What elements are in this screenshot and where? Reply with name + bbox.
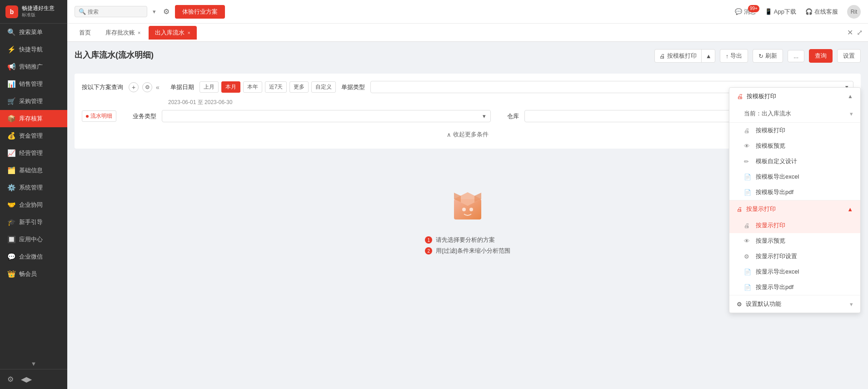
sidebar-item-inventory[interactable]: 📦 库存核算 [0, 110, 67, 127]
user-avatar[interactable]: Rit [847, 5, 861, 19]
sidebar-item-system[interactable]: ⚙️ 系统管理 [0, 179, 67, 196]
trial-button[interactable]: 体验行业方案 [175, 5, 225, 19]
date-range-text: 2023-06-01 至 2023-06-30 [168, 99, 232, 105]
sidebar-item-label-system: 系统管理 [19, 184, 43, 192]
topbar-gear-icon[interactable]: ⚙ [163, 7, 170, 16]
search-dropdown-chevron[interactable]: ▾ [153, 8, 156, 15]
biz-type-label: 业务类型 [133, 112, 156, 120]
purchase-nav-icon: 🛒 [7, 97, 15, 105]
dropdown-item-template-pdf[interactable]: 📄 按模板导出pdf [729, 185, 860, 200]
dropdown-item-template-print[interactable]: 🖨 按模板打印 [729, 123, 860, 138]
sidebar-item-wechat[interactable]: 💬 企业微信 [0, 248, 67, 265]
date-btn-last-month[interactable]: 上月 [200, 81, 219, 93]
settings-button[interactable]: 设置 [837, 49, 861, 63]
sidebar-item-basic[interactable]: 🗂️ 基础信息 [0, 162, 67, 179]
sidebar-item-appstore[interactable]: 🔲 应用中心 [0, 231, 67, 248]
dropdown-template-header[interactable]: 🖨 按模板打印 ▲ [729, 88, 860, 105]
sidebar-item-marketing[interactable]: 📢 营销推广 [0, 58, 67, 75]
dropdown-item-template-excel[interactable]: 📄 按模板导出excel [729, 169, 860, 185]
template-print-icon: 🖨 [744, 127, 751, 134]
sidebar-item-label-wechat: 企业微信 [19, 253, 43, 261]
avatar: Rit [847, 5, 861, 19]
tab-home[interactable]: 首页 [73, 26, 97, 40]
print-template-arrow[interactable]: ▲ [703, 50, 715, 62]
display-preview-icon: 👁 [744, 238, 751, 244]
sidebar: b 畅捷通好生意 标准版 🔍 搜索菜单 ⚡ 快捷导航 📢 营销推广 📊 销售管理… [0, 0, 67, 389]
tab-batch-close[interactable]: × [138, 30, 140, 35]
online-service-button[interactable]: 🎧 在线客服 [805, 8, 838, 16]
dropdown-item-display-excel[interactable]: 📄 按显示导出excel [729, 264, 860, 279]
sidebar-item-label-operations: 经营管理 [19, 149, 43, 157]
export-icon: ↑ [726, 53, 729, 60]
app-download-icon: 📱 [765, 8, 772, 15]
marketing-nav-icon: 📢 [7, 63, 15, 71]
sidebar-item-label-member: 畅会员 [19, 270, 37, 278]
sidebar-item-member[interactable]: 👑 畅会员 [0, 265, 67, 283]
search-input[interactable] [88, 9, 138, 15]
system-nav-icon: ⚙️ [7, 184, 15, 192]
sidebar-item-label-finance: 资金管理 [19, 132, 43, 140]
tab-inout[interactable]: 出入库流水 × [149, 26, 196, 40]
dropdown-item-display-preview[interactable]: 👁 按显示预览 [729, 233, 860, 249]
more-button[interactable]: ... [788, 50, 804, 62]
collapse-up-icon: ∧ [447, 131, 451, 138]
filter-collapse-button[interactable]: « [156, 84, 160, 91]
date-filter-group: 上月 本月 本年 近7天 更多 自定义 [200, 81, 336, 93]
sidebar-scroll-down[interactable]: ▼ [0, 359, 67, 369]
print-template-main-button[interactable]: 🖨 按模板打印 [655, 50, 702, 62]
export-button[interactable]: ↑ 导出 [720, 49, 748, 63]
footer-collapse-icon[interactable]: ◀▶ [21, 375, 32, 384]
biz-type-select[interactable]: ▾ [162, 110, 491, 122]
dropdown-default-section[interactable]: ⚙ 设置默认功能 ▾ [729, 295, 860, 313]
date-btn-7days[interactable]: 近7天 [265, 81, 287, 93]
query-button[interactable]: 查询 [809, 49, 833, 63]
filter-tag-dot [86, 115, 89, 118]
tab-expand-icon[interactable]: ⤢ [857, 28, 863, 37]
filter-section-label: 按以下方案查询 [82, 83, 123, 91]
current-label-arrow: ▾ [850, 110, 853, 117]
dropdown-item-template-preview[interactable]: 👁 按模板预览 [729, 138, 860, 154]
sidebar-item-finance[interactable]: 💰 资金管理 [0, 127, 67, 145]
template-pdf-label: 按模板导出pdf [756, 188, 793, 196]
printer-icon: 🖨 [659, 53, 665, 60]
user-name: Rit [851, 9, 858, 15]
template-customize-icon: ✏ [744, 158, 751, 165]
dropdown-item-template-customize[interactable]: ✏ 模板自定义设计 [729, 154, 860, 169]
dropdown-item-display-settings[interactable]: ⚙ 按显示打印设置 [729, 249, 860, 264]
date-btn-this-year[interactable]: 本年 [243, 81, 262, 93]
appstore-nav-icon: 🔲 [7, 235, 15, 244]
default-label-text: 设置默认功能 [746, 300, 781, 308]
filter-settings-button[interactable]: ⚙ [142, 82, 152, 92]
date-btn-this-month[interactable]: 本月 [221, 81, 240, 93]
sidebar-item-operations[interactable]: 📈 经营管理 [0, 145, 67, 162]
filter-add-button[interactable]: + [129, 82, 139, 92]
date-btn-custom[interactable]: 自定义 [311, 81, 336, 93]
filter-tag[interactable]: 流水明细 [82, 110, 116, 122]
tab-inout-close[interactable]: × [187, 30, 190, 35]
sidebar-item-shortcut[interactable]: ⚡ 快捷导航 [0, 41, 67, 58]
tab-batch[interactable]: 库存批次账 × [99, 26, 147, 40]
display-settings-label: 按显示打印设置 [756, 252, 797, 260]
tab-close-window-icon[interactable]: ✕ [847, 28, 853, 37]
dropdown-display-header[interactable]: 🖨 按显示打印 ▲ [729, 200, 860, 218]
dropdown-item-display-print[interactable]: 🖨 按显示打印 [729, 218, 860, 233]
current-label-row: 当前：出入库流水 ▾ [729, 105, 860, 123]
logo-icon: b [5, 5, 18, 18]
refresh-button[interactable]: ↻ 刷新 [753, 49, 783, 63]
display-excel-label: 按显示导出excel [756, 268, 799, 276]
sidebar-item-collab[interactable]: 🤝 企业协同 [0, 196, 67, 214]
topbar-search-box[interactable]: 🔍 [75, 6, 147, 17]
sidebar-item-purchase[interactable]: 🛒 采购管理 [0, 93, 67, 110]
app-download-button[interactable]: 📱 App下载 [765, 8, 796, 16]
date-btn-more[interactable]: 更多 [289, 81, 309, 93]
search-nav-icon: 🔍 [7, 28, 15, 36]
message-button[interactable]: 💬 消息 99+ [735, 8, 756, 16]
sidebar-item-guide[interactable]: 🎓 新手引导 [0, 214, 67, 231]
dropdown-item-display-pdf[interactable]: 📄 按显示导出pdf [729, 279, 860, 295]
refresh-icon: ↻ [758, 53, 763, 60]
sidebar-item-search[interactable]: 🔍 搜索菜单 [0, 24, 67, 41]
sidebar-item-label-shortcut: 快捷导航 [19, 45, 43, 54]
dropdown-template-arrow: ▲ [848, 93, 853, 100]
sidebar-item-sales[interactable]: 📊 销售管理 [0, 75, 67, 93]
footer-settings-icon[interactable]: ⚙ [7, 375, 14, 384]
